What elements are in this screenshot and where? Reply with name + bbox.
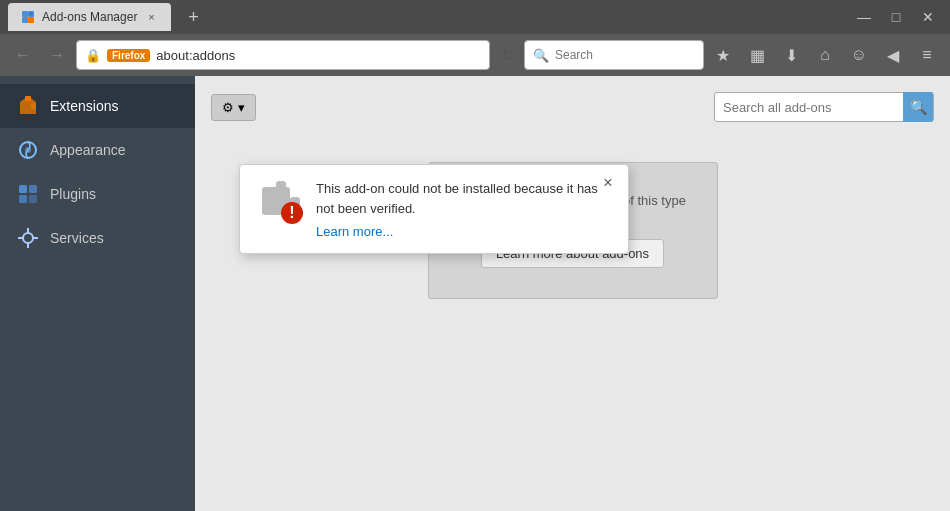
svg-point-4 bbox=[29, 12, 33, 16]
window-controls: — □ ✕ bbox=[850, 6, 942, 28]
notification-icon: ! bbox=[256, 179, 304, 227]
svg-rect-5 bbox=[25, 96, 31, 101]
notification-popup: ! This add-on could not be installed bec… bbox=[239, 164, 629, 254]
svg-rect-2 bbox=[22, 17, 28, 23]
nav-right-buttons: ★ ▦ ⬇ ⌂ ☺ ◀ ≡ bbox=[708, 40, 942, 70]
nav-search-input[interactable] bbox=[555, 48, 695, 62]
gear-icon: ⚙ bbox=[222, 100, 234, 115]
extensions-icon bbox=[16, 94, 40, 118]
sidebar-item-extensions[interactable]: Extensions bbox=[0, 84, 195, 128]
back-button[interactable]: ← bbox=[8, 40, 38, 70]
main-layout: Extensions Appearance bbox=[0, 76, 950, 511]
home-icon[interactable]: ⌂ bbox=[810, 40, 840, 70]
svg-point-13 bbox=[23, 233, 33, 243]
services-label: Services bbox=[50, 230, 104, 246]
download-icon[interactable]: ⬇ bbox=[776, 40, 806, 70]
notification-content: This add-on could not be installed becau… bbox=[316, 179, 612, 239]
maximize-button[interactable]: □ bbox=[882, 6, 910, 28]
nav-search-bar[interactable]: 🔍 bbox=[524, 40, 704, 70]
search-addons-bar[interactable]: 🔍 bbox=[714, 92, 934, 122]
refresh-button[interactable]: ↻ bbox=[494, 42, 520, 68]
lock-icon: 🔒 bbox=[85, 48, 101, 63]
forward-button[interactable]: → bbox=[42, 40, 72, 70]
plugins-label: Plugins bbox=[50, 186, 96, 202]
pocket-icon[interactable]: ◀ bbox=[878, 40, 908, 70]
firefox-badge: Firefox bbox=[107, 49, 150, 62]
gear-button[interactable]: ⚙ ▾ bbox=[211, 94, 256, 121]
appearance-icon bbox=[16, 138, 40, 162]
svg-rect-3 bbox=[28, 17, 34, 23]
sidebar-item-services[interactable]: Services bbox=[0, 216, 195, 260]
extensions-label: Extensions bbox=[50, 98, 118, 114]
address-bar[interactable]: 🔒 Firefox about:addons bbox=[76, 40, 490, 70]
url-text: about:addons bbox=[156, 48, 235, 63]
active-tab[interactable]: Add-ons Manager × bbox=[8, 3, 171, 31]
tab-title: Add-ons Manager bbox=[42, 10, 137, 24]
new-tab-button[interactable]: + bbox=[179, 3, 207, 31]
search-icon: 🔍 bbox=[533, 48, 549, 63]
services-icon bbox=[16, 226, 40, 250]
plugins-icon bbox=[16, 182, 40, 206]
notification-close-button[interactable]: × bbox=[598, 173, 618, 193]
gear-arrow: ▾ bbox=[238, 100, 245, 115]
title-bar: Add-ons Manager × + — □ ✕ bbox=[0, 0, 950, 34]
svg-rect-12 bbox=[29, 195, 37, 203]
tab-addon-icon bbox=[20, 9, 36, 25]
sidebar-item-plugins[interactable]: Plugins bbox=[0, 172, 195, 216]
notification-text: This add-on could not be installed becau… bbox=[316, 179, 612, 218]
svg-rect-21 bbox=[262, 201, 272, 211]
appearance-label: Appearance bbox=[50, 142, 126, 158]
tab-close-button[interactable]: × bbox=[143, 9, 159, 25]
sidebar-item-appearance[interactable]: Appearance bbox=[0, 128, 195, 172]
svg-rect-0 bbox=[22, 11, 28, 17]
search-addons-input[interactable] bbox=[715, 100, 903, 115]
minimize-button[interactable]: — bbox=[850, 6, 878, 28]
svg-point-8 bbox=[25, 147, 31, 153]
close-button[interactable]: ✕ bbox=[914, 6, 942, 28]
search-addons-icon: 🔍 bbox=[910, 99, 927, 115]
title-bar-left: Add-ons Manager × + bbox=[8, 3, 207, 31]
svg-rect-6 bbox=[31, 103, 36, 109]
svg-rect-19 bbox=[276, 181, 286, 191]
svg-rect-11 bbox=[19, 195, 27, 203]
menu-icon[interactable]: ≡ bbox=[912, 40, 942, 70]
content-toolbar: ⚙ ▾ 🔍 bbox=[211, 92, 934, 122]
notification-learn-more-link[interactable]: Learn more... bbox=[316, 224, 393, 239]
svg-rect-10 bbox=[29, 185, 37, 193]
emoji-icon[interactable]: ☺ bbox=[844, 40, 874, 70]
content-area: ⚙ ▾ 🔍 You don't have any add-ons of this… bbox=[195, 76, 950, 511]
sidebar: Extensions Appearance bbox=[0, 76, 195, 511]
reader-icon[interactable]: ▦ bbox=[742, 40, 772, 70]
svg-text:!: ! bbox=[289, 204, 294, 221]
nav-bar: ← → 🔒 Firefox about:addons ↻ 🔍 ★ ▦ ⬇ ⌂ ☺… bbox=[0, 34, 950, 76]
svg-rect-9 bbox=[19, 185, 27, 193]
bookmark-icon[interactable]: ★ bbox=[708, 40, 738, 70]
search-addons-button[interactable]: 🔍 bbox=[903, 92, 933, 122]
